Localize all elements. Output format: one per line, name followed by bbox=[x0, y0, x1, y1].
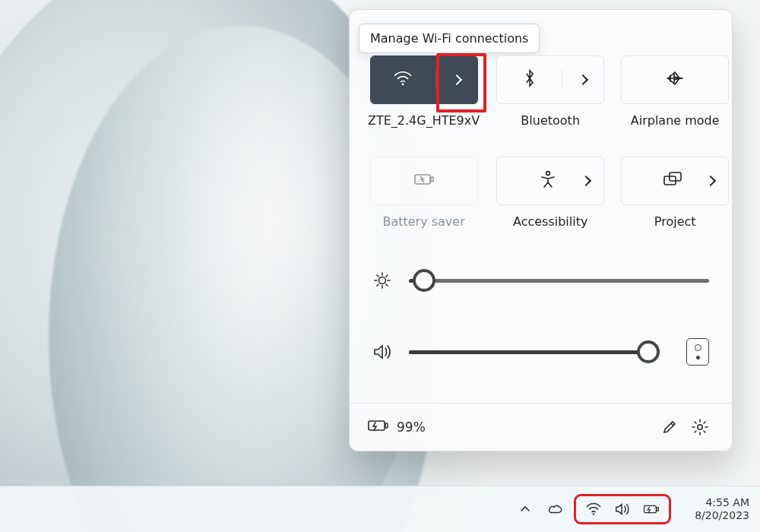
airplane-label: Airplane mode bbox=[631, 113, 720, 128]
wifi-icon bbox=[393, 70, 413, 90]
wifi-icon bbox=[585, 501, 602, 518]
project-icon bbox=[663, 171, 682, 191]
network-volume-battery-button[interactable] bbox=[578, 498, 667, 521]
svg-rect-11 bbox=[644, 505, 657, 512]
taskbar: 4:55 AM 8/20/2023 bbox=[0, 486, 760, 532]
svg-rect-2 bbox=[431, 177, 433, 182]
svg-point-6 bbox=[379, 277, 386, 284]
chevron-right-icon bbox=[578, 74, 588, 85]
onedrive-tray-icon[interactable] bbox=[547, 501, 564, 518]
svg-point-3 bbox=[546, 172, 550, 176]
airplane-icon bbox=[665, 69, 685, 90]
bluetooth-icon bbox=[524, 69, 536, 90]
tile-accessibility: Accessibility bbox=[496, 157, 604, 229]
svg-point-0 bbox=[402, 84, 404, 86]
bluetooth-toggle-button[interactable] bbox=[496, 55, 604, 104]
svg-rect-8 bbox=[385, 423, 388, 428]
tile-wifi: ZTE_2.4G_HTE9xV bbox=[368, 55, 480, 128]
wifi-manage-arrow-button[interactable] bbox=[436, 76, 477, 84]
battery-charging-icon bbox=[643, 501, 660, 518]
system-tray: 4:55 AM 8/20/2023 bbox=[517, 496, 749, 523]
accessibility-button[interactable] bbox=[496, 157, 604, 205]
taskbar-clock[interactable]: 4:55 AM 8/20/2023 bbox=[695, 496, 749, 523]
clock-time: 4:55 AM bbox=[705, 496, 749, 510]
brightness-row bbox=[372, 265, 709, 296]
wifi-toggle-button[interactable] bbox=[370, 55, 478, 104]
wifi-toggle-main[interactable] bbox=[371, 70, 436, 90]
volume-fill bbox=[409, 350, 648, 354]
battery-status[interactable]: 99% bbox=[366, 418, 426, 436]
battery-saver-icon bbox=[413, 172, 435, 190]
battery-charging-icon bbox=[366, 418, 389, 436]
project-label: Project bbox=[654, 214, 696, 229]
tile-battery-saver: Battery saver bbox=[368, 157, 480, 229]
tray-overflow-button[interactable] bbox=[517, 501, 534, 518]
volume-row bbox=[372, 337, 709, 367]
airplane-mode-toggle-button[interactable] bbox=[621, 55, 729, 104]
tooltip-text: Manage Wi-Fi connections bbox=[370, 31, 528, 46]
tooltip-manage-wifi: Manage Wi-Fi connections bbox=[359, 24, 540, 53]
svg-rect-7 bbox=[369, 421, 385, 430]
clock-date: 8/20/2023 bbox=[695, 509, 749, 523]
chevron-right-icon bbox=[581, 176, 591, 186]
svg-point-10 bbox=[593, 513, 594, 515]
project-button[interactable] bbox=[621, 157, 729, 205]
chevron-right-icon bbox=[705, 176, 716, 186]
volume-icon bbox=[614, 501, 631, 518]
quick-settings-footer: 99% bbox=[350, 403, 732, 451]
volume-slider[interactable] bbox=[409, 350, 656, 354]
bluetooth-toggle-main[interactable] bbox=[497, 69, 562, 90]
quick-settings-flyout: Manage Wi-Fi connections ZTE_2.4G_HTE9xV bbox=[349, 9, 733, 451]
accessibility-icon bbox=[540, 170, 556, 192]
bluetooth-label: Bluetooth bbox=[521, 113, 580, 128]
svg-point-9 bbox=[698, 425, 702, 429]
settings-button[interactable] bbox=[685, 412, 715, 442]
battery-percent-text: 99% bbox=[397, 420, 426, 435]
brightness-slider[interactable] bbox=[409, 279, 709, 283]
speaker-dot-icon bbox=[695, 344, 701, 351]
speaker-dot-icon bbox=[696, 356, 700, 359]
chevron-right-icon bbox=[451, 74, 462, 85]
accessibility-label: Accessibility bbox=[513, 214, 587, 229]
brightness-thumb[interactable] bbox=[413, 269, 435, 292]
volume-icon bbox=[372, 342, 392, 362]
bluetooth-manage-arrow-button[interactable] bbox=[562, 76, 603, 84]
sliders-area bbox=[350, 229, 732, 367]
brightness-icon bbox=[372, 271, 392, 290]
edit-quick-settings-button[interactable] bbox=[654, 412, 685, 442]
battery-saver-toggle-button bbox=[370, 157, 478, 205]
tile-project: Project bbox=[621, 157, 729, 229]
audio-output-button[interactable] bbox=[686, 338, 709, 366]
tile-airplane: Airplane mode bbox=[621, 55, 729, 128]
wifi-label: ZTE_2.4G_HTE9xV bbox=[368, 113, 480, 128]
svg-rect-12 bbox=[657, 508, 658, 511]
battery-saver-label: Battery saver bbox=[382, 214, 464, 229]
tile-bluetooth: Bluetooth bbox=[496, 55, 604, 128]
volume-thumb[interactable] bbox=[637, 340, 660, 363]
